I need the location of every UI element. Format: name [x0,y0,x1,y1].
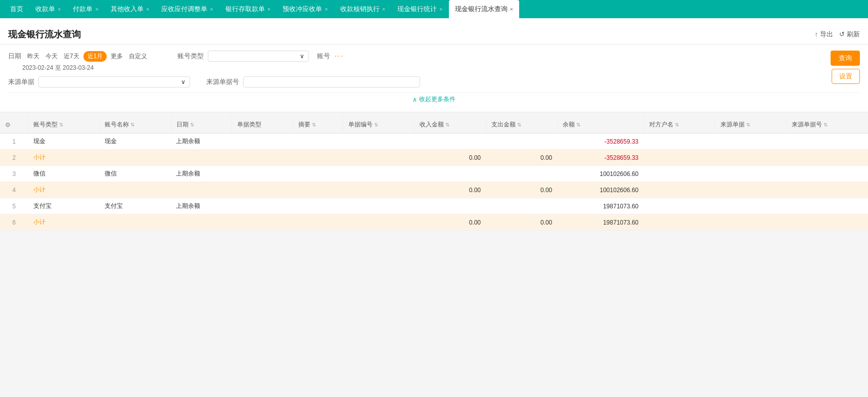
cell-counterparty [644,182,715,198]
date-shortcut-昨天[interactable]: 昨天 [25,51,41,62]
export-icon: ↑ [815,30,818,38]
nav-tab-预收冲应收单[interactable]: 预收冲应收单× [277,0,334,18]
cell-summary [293,198,343,214]
date-shortcut-近7天[interactable]: 近7天 [62,51,81,62]
date-shortcut-近1月[interactable]: 近1月 [83,51,107,62]
cell-source_doc_no [786,166,868,182]
sort-icon-account_name: ⇅ [130,122,134,127]
nav-tab-应收应付调整单[interactable]: 应收应付调整单× [155,0,219,18]
cell-income [415,198,486,214]
nav-tab-close[interactable]: × [382,6,385,12]
table-container: ⚙账号类型⇅账号名称⇅日期⇅单据类型摘要⇅单据编号⇅收入金额⇅支出金额⇅余额⇅对… [0,116,868,231]
nav-tab-收款核销执行[interactable]: 收款核销执行× [334,0,391,18]
col-header-counterparty[interactable]: 对方户名⇅ [644,116,715,134]
cell-account_name [100,150,171,166]
nav-tab-close[interactable]: × [58,6,61,12]
cell-doc_no [343,166,415,182]
nav-tab-label: 现金银行统计 [397,5,437,14]
nav-tab-close[interactable]: × [95,6,98,12]
gear-icon[interactable]: ⚙ [5,121,11,128]
col-label-doc_type: 单据类型 [237,121,261,128]
cell-source_doc_no [786,182,868,198]
query-button[interactable]: 查询 [831,51,860,66]
cell-balance: 100102606.60 [557,182,644,198]
col-header-source_doc_no[interactable]: 来源单据号⇅ [786,116,868,134]
col-header-doc_type: 单据类型 [232,116,293,134]
refresh-label: 刷新 [847,30,860,39]
settings-button[interactable]: 设置 [832,69,860,84]
cell-summary [293,214,343,231]
source-doc-no-filter-group: 来源单据号 [206,76,420,87]
col-header-account_name[interactable]: 账号名称⇅ [100,116,171,134]
sort-icon-summary: ⇅ [312,122,316,127]
source-doc-no-input[interactable] [243,76,420,87]
nav-tab-收款单[interactable]: 收款单× [29,0,67,18]
nav-tab-close[interactable]: × [210,6,213,12]
cell-source_doc [715,166,786,182]
nav-tab-close[interactable]: × [510,6,513,12]
cell-expense [486,134,557,150]
cell-account_type: 小计 [28,214,100,231]
filter-row-2: 来源单据 ∨ 来源单据号 [8,76,831,87]
source-doc-filter-group: 来源单据 ∨ [8,76,190,87]
cell-source_doc [715,134,786,150]
cell-date: 上期余额 [171,134,232,150]
nav-tab-银行存取款单[interactable]: 银行存取款单× [219,0,277,18]
nav-tab-现金银行流水查询[interactable]: 现金银行流水查询× [449,0,519,18]
cell-source_doc [715,150,786,166]
cell-date [171,182,232,198]
refresh-button[interactable]: ↺ 刷新 [839,30,860,39]
date-shortcut-自定义[interactable]: 自定义 [127,51,149,62]
col-header-balance[interactable]: 余额⇅ [557,116,644,134]
nav-tab-close[interactable]: × [439,6,442,12]
date-shortcut-更多[interactable]: 更多 [109,51,125,62]
cell-income: 0.00 [415,182,486,198]
sort-icon-expense: ⇅ [517,122,521,127]
cell-account_name [100,214,171,231]
collapse-bar[interactable]: ∧ 收起更多条件 [8,93,860,106]
nav-tab-close[interactable]: × [146,6,149,12]
collapse-label: 收起更多条件 [419,95,455,104]
cell-num: 4 [0,182,28,198]
sort-icon-source_doc: ⇅ [746,122,750,127]
col-label-account_type: 账号类型 [33,120,58,129]
sort-icon-income: ⇅ [445,122,449,127]
cell-expense: 0.00 [486,182,557,198]
nav-home[interactable]: 首页 [4,0,29,18]
nav-tab-close[interactable]: × [267,6,270,12]
account-type-label: 账号类型 [177,52,204,61]
col-header-income[interactable]: 收入金额⇅ [415,116,486,134]
nav-tab-label: 现金银行流水查询 [455,5,508,14]
account-more-button[interactable]: ··· [334,52,344,61]
export-button[interactable]: ↑ 导出 [815,30,834,39]
col-header-source_doc[interactable]: 来源单据⇅ [715,116,786,134]
header-actions: ↑ 导出 ↺ 刷新 [815,30,860,39]
cell-counterparty [644,214,715,231]
col-label-doc_no: 单据编号 [348,120,373,129]
cell-source_doc_no [786,198,868,214]
nav-tab-其他收入单[interactable]: 其他收入单× [105,0,155,18]
col-header-expense[interactable]: 支出金额⇅ [486,116,557,134]
col-header-doc_no[interactable]: 单据编号⇅ [343,116,415,134]
col-label-source_doc_no: 来源单据号 [792,120,822,129]
cell-account_name [100,182,171,198]
cell-date: 上期余额 [171,198,232,214]
table-row: 3微信微信上期余额100102606.60 [0,166,868,182]
col-header-date[interactable]: 日期⇅ [171,116,232,134]
col-label-source_doc: 来源单据 [720,120,745,129]
col-header-summary[interactable]: 摘要⇅ [293,116,343,134]
nav-tab-现金银行统计[interactable]: 现金银行统计× [391,0,448,18]
account-type-select[interactable]: ∨ [208,51,309,62]
nav-tab-close[interactable]: × [325,6,328,12]
cell-expense [486,166,557,182]
col-header-account_type[interactable]: 账号类型⇅ [28,116,100,134]
page-title: 现金银行流水查询 [8,28,81,40]
cell-account_type: 小计 [28,150,100,166]
source-doc-select[interactable]: ∨ [38,76,190,87]
cell-doc_type [232,214,293,231]
cell-counterparty [644,150,715,166]
cell-summary [293,150,343,166]
nav-tab-label: 收款核销执行 [340,5,380,14]
nav-tab-付款单[interactable]: 付款单× [67,0,104,18]
date-shortcut-今天[interactable]: 今天 [43,51,60,62]
